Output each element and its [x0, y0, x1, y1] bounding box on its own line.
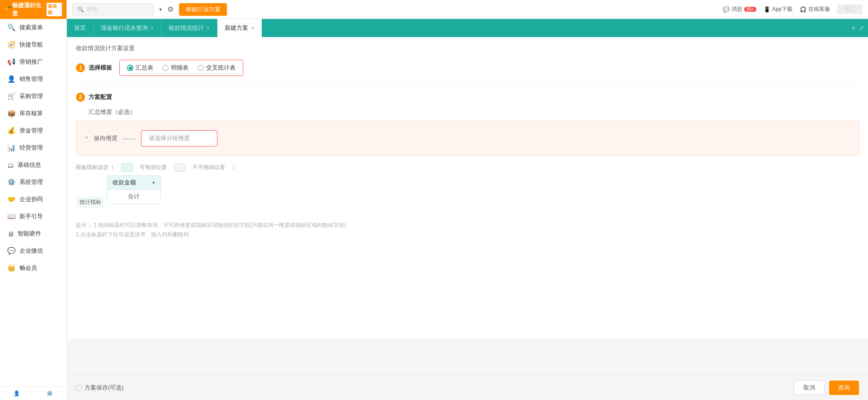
tab-label-1: 现金银行流水查询 — [101, 24, 148, 32]
sidebar-item-12[interactable]: 🖥智能硬件 — [0, 225, 66, 242]
content-inner: 收款情况统计方案设置 1 选择模板 汇总表 — [67, 37, 868, 339]
dimension-area: * 纵向维度 —— 请选择分组维度 — [76, 121, 859, 156]
sidebar-item-5[interactable]: 📦库存核算 — [0, 105, 66, 122]
radio-summary-label: 汇总表 — [136, 64, 153, 72]
search-bar[interactable]: 🔍 搜索 — [72, 3, 154, 15]
sidebar-icon-12: 🖥 — [7, 230, 14, 238]
metrics-table-header[interactable]: 收款金额 ▾ — [107, 176, 160, 190]
tab-3[interactable]: 新建方案 × — [217, 19, 262, 37]
sidebar-label-10: 企业协同 — [19, 195, 43, 203]
sidebar-item-1[interactable]: 🧭快捷导航 — [0, 36, 66, 53]
sidebar-label-12: 智能硬件 — [18, 230, 41, 238]
radio-summary-circle — [127, 65, 133, 71]
tab-1[interactable]: 现金银行流水查询 × — [94, 19, 161, 37]
metrics-table-area: 统计指标 收款金额 ▾ 合计 — [76, 175, 859, 211]
sidebar-item-11[interactable]: 📖新手引导 — [0, 208, 66, 225]
tab-close-2[interactable]: × — [207, 25, 210, 31]
cancel-button[interactable]: 取消 — [794, 381, 825, 395]
save-option[interactable]: 方案保存(可选) — [76, 384, 124, 392]
sidebar-item-14[interactable]: 👑畅会员 — [0, 259, 66, 277]
metrics-chevron-icon[interactable]: ▾ — [152, 180, 155, 186]
sidebar-label-14: 畅会员 — [19, 264, 37, 272]
sidebar-icon-0: 🔍 — [7, 24, 16, 32]
tip1: 提示： 1.拖动标题栏可以调整布局，不可跨维度或指标区域拖动栏目字段(只能在同一… — [76, 221, 859, 229]
sidebar-icon-11: 📖 — [7, 212, 16, 221]
sidebar-label-13: 企业微信 — [19, 247, 43, 255]
sidebar-icon-5: 📦 — [7, 109, 16, 118]
tab-label-0: 首页 — [74, 24, 86, 32]
sidebar-icon-4: 🛒 — [7, 92, 16, 100]
sidebar-item-8[interactable]: 🗂基础信息 — [0, 156, 66, 174]
draggable-tag — [121, 163, 132, 172]
tab-close-1[interactable]: × — [151, 25, 154, 31]
sidebar-icon-2: 📢 — [7, 58, 16, 66]
section1-header: 1 选择模板 汇总表 明细表 — [76, 60, 859, 76]
radio-cross[interactable]: 交叉统计表 — [198, 64, 236, 72]
radio-detail-label: 明细表 — [171, 64, 189, 72]
sidebar-item-4[interactable]: 🛒采购管理 — [0, 88, 66, 105]
sidebar-item-13[interactable]: 💬企业微信 — [0, 242, 66, 259]
section1-number: 1 — [76, 63, 85, 72]
metrics-column-header: 收款金额 — [113, 179, 136, 187]
radio-detail[interactable]: 明细表 — [162, 64, 189, 72]
topbar-dropdown[interactable]: ▾ — [159, 6, 162, 13]
service-btn[interactable]: 🎧 在线客服 — [800, 5, 830, 13]
metrics-setting-text: 模板指标设定（ — [76, 164, 114, 171]
user-name[interactable]: 张三 — [837, 5, 863, 14]
radio-detail-circle — [162, 65, 169, 71]
sidebar-label-11: 新手引导 — [19, 212, 43, 221]
sidebar-item-9[interactable]: ⚙️系统管理 — [0, 174, 66, 191]
tab-2[interactable]: 收款情况统计 × — [161, 19, 217, 37]
sidebar-logo: 🍊 畅捷通好生意 标准版 — [0, 0, 66, 19]
dimension-arrow: —— — [123, 135, 136, 142]
logo-badge: 标准版 — [47, 3, 62, 16]
save-checkbox[interactable] — [76, 385, 82, 391]
sidebar-label-1: 快捷导航 — [19, 41, 43, 49]
metrics-section: 模板指标设定（ 可拖动位置 不可拖动位置 ） 统计指标 收款金额 ▾ — [76, 163, 859, 211]
undraggable-label: 不可拖动位置 — [193, 164, 225, 171]
trial-button[interactable]: 体验行业方案 — [179, 3, 227, 16]
tab-0[interactable]: 首页 — [67, 19, 94, 37]
query-button[interactable]: 查询 — [829, 381, 859, 395]
download-btn[interactable]: 📱 App下载 — [764, 5, 793, 13]
metrics-category-label: 统计指标 — [76, 197, 105, 208]
radio-summary-inner — [129, 66, 132, 70]
required-star: * — [85, 135, 88, 142]
sidebar-label-6: 资金管理 — [19, 127, 43, 135]
topbar-gear-icon[interactable]: ⚙ — [167, 5, 174, 14]
sidebar-item-6[interactable]: 💰资金管理 — [0, 122, 66, 139]
content-area: 收款情况统计方案设置 1 选择模板 汇总表 — [67, 37, 868, 375]
close-window-btn[interactable]: × — [852, 24, 855, 32]
dimension-select[interactable]: 请选择分组维度 — [141, 130, 217, 146]
sidebar-item-0[interactable]: 🔍搜索菜单 — [0, 19, 66, 36]
service-label: 在线客服 — [808, 5, 830, 13]
sidebar-label-3: 销售管理 — [19, 75, 43, 83]
sidebar-item-10[interactable]: 🤝企业协同 — [0, 191, 66, 208]
sidebar-item-7[interactable]: 📊经营管理 — [0, 139, 66, 156]
sidebar-icon-3: 👤 — [7, 75, 16, 83]
sidebar-label-4: 采购管理 — [19, 92, 43, 100]
sidebar-icon-7: 📊 — [7, 144, 16, 152]
sidebar-item-2[interactable]: 📢营销推广 — [0, 53, 66, 71]
sidebar-item-3[interactable]: 👤销售管理 — [0, 71, 66, 88]
download-label: App下载 — [772, 5, 793, 13]
tab-close-3[interactable]: × — [251, 25, 254, 31]
sidebar-icon-9: ⚙️ — [7, 178, 16, 186]
sidebar-icon-1: 🧭 — [7, 41, 16, 49]
dimension-label: 纵向维度 — [94, 134, 118, 142]
expand-window-btn[interactable]: ⤢ — [859, 24, 864, 32]
sidebar-bottom-icon2[interactable]: ⚙️ — [47, 391, 53, 396]
search-icon: 🔍 — [77, 6, 84, 13]
sidebar-bottom: 👤 ⚙️ — [0, 386, 66, 400]
section2-header: 2 方案配置 — [76, 93, 859, 102]
download-icon: 📱 — [764, 6, 770, 13]
sidebar-bottom-icon1[interactable]: 👤 — [14, 391, 20, 396]
notification-label: 消息 — [731, 5, 742, 13]
topbar: 🔍 搜索 ▾ ⚙ 体验行业方案 💬 消息 99+ 📱 App下载 🎧 在线客服 … — [67, 0, 868, 19]
template-selection-box: 汇总表 明细表 交叉统计表 — [119, 60, 243, 76]
sidebar-label-9: 系统管理 — [19, 178, 43, 186]
radio-cross-circle — [198, 65, 204, 71]
draggable-label: 可拖动位置 — [140, 164, 167, 171]
radio-summary[interactable]: 汇总表 — [127, 64, 153, 72]
notification-btn[interactable]: 💬 消息 99+ — [723, 5, 756, 13]
